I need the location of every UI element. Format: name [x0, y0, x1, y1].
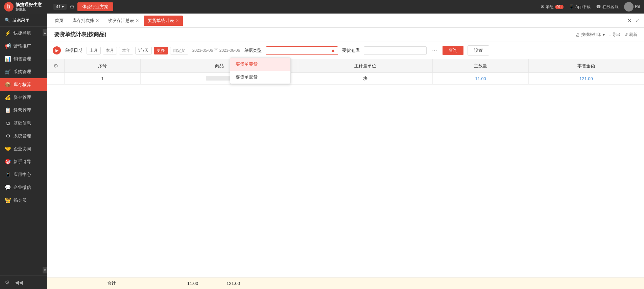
tab-home[interactable]: 首页: [51, 16, 68, 26]
table-row: 1 块 11.00 121.00: [47, 73, 644, 85]
sidebar-item-operations[interactable]: 📋 经营管理: [0, 104, 47, 117]
app-download-button[interactable]: 📱 App下载: [569, 4, 591, 10]
sidebar-item-inventory[interactable]: 📦 库存核算: [0, 78, 47, 91]
sidebar-item-label: 采购管理: [14, 69, 31, 75]
message-label: 消息: [546, 4, 554, 10]
page-header: 要货单统计表(按商品) 🖨 按模板打印 ▾ ↓ 导出 ↺: [47, 28, 644, 42]
sidebar-item-label: 畅会员: [14, 197, 27, 203]
refresh-button[interactable]: ↺ 刷新: [624, 32, 637, 38]
store-selector[interactable]: 41 ▾: [53, 4, 67, 10]
system-icon: ⚙: [5, 133, 11, 139]
refresh-label: 刷新: [629, 32, 637, 38]
gear-icon[interactable]: ⚙: [53, 63, 58, 69]
tab-receive-summary[interactable]: 收发存汇总表 ✕: [104, 16, 143, 26]
trial-button[interactable]: 体验行业方案: [77, 2, 113, 11]
date-range-display: 2023-05-06 至 2023-06-06: [192, 48, 240, 53]
filter-more-icon[interactable]: ···: [431, 47, 438, 54]
tab-batch-stock-label: 库存批次账: [72, 18, 94, 24]
tab-home-label: 首页: [55, 18, 64, 24]
sidebar-item-label: 应用中心: [14, 172, 31, 178]
settings-bottom-icon[interactable]: ⚙: [5, 279, 9, 286]
sidebar-item-guide[interactable]: 🎯 新手引导: [0, 155, 47, 168]
filter-settings-button[interactable]: 设置: [468, 45, 489, 55]
export-icon: ↓: [609, 32, 611, 37]
type-filter-input[interactable]: [266, 47, 328, 54]
dropdown-item-order-return[interactable]: 要货单退货: [230, 71, 290, 84]
col-unit-header: 主计量单位: [298, 59, 433, 73]
message-badge: 99+: [555, 5, 564, 9]
sidebar-scroll-up[interactable]: ▲: [43, 29, 47, 36]
row-amount-cell[interactable]: 121.00: [528, 73, 644, 85]
export-label: 导出: [612, 32, 620, 38]
collapse-icon[interactable]: ◀◀: [15, 279, 23, 286]
tab-bar: 首页 库存批次账 ✕ 收发存汇总表 ✕ 要货单统计表 ✕ ✕ ⤢: [47, 14, 644, 28]
sidebar-item-appstore[interactable]: 📱 应用中心: [0, 168, 47, 181]
app-header: b 畅捷通好生意 标准版 41 ▾ ⚙ 体验行业方案 ✉ 消息 99+: [0, 0, 644, 14]
page-actions: 🖨 按模板打印 ▾ ↓ 导出 ↺ 刷新: [576, 32, 637, 38]
expand-button[interactable]: ▶: [53, 46, 61, 54]
appstore-icon: 📱: [5, 172, 11, 178]
sidebar-item-cooperation[interactable]: 🤝 企业协同: [0, 142, 47, 155]
search-icon: 🔍: [5, 18, 10, 23]
type-filter-input-wrapper[interactable]: ▲: [266, 46, 338, 55]
online-service-button[interactable]: ☎ 在线客服: [596, 4, 619, 10]
sidebar: 🔍 搜索菜单 ▲ ⚡ 快捷导航 📢 营销推广 📊 销售管理 🛒 采购管理: [0, 14, 47, 289]
print-label: 按模板打印: [581, 32, 601, 38]
sidebar-item-label: 营销推广: [14, 43, 31, 49]
sidebar-item-finance[interactable]: 💰 资金管理: [0, 91, 47, 104]
col-qty-header: 主数量: [433, 59, 529, 73]
print-button[interactable]: 🖨 按模板打印 ▾: [576, 32, 605, 38]
sidebar-item-system[interactable]: ⚙ 系统管理: [0, 130, 47, 142]
col-amount-header: 零售金额: [528, 59, 644, 73]
tab-order-stats-close[interactable]: ✕: [175, 18, 179, 23]
query-button[interactable]: 查询: [443, 46, 463, 55]
date-custom[interactable]: 自定义: [170, 47, 188, 54]
service-icon: ☎: [596, 4, 601, 9]
export-button[interactable]: ↓ 导出: [609, 32, 620, 38]
search-menu-label: 搜索菜单: [12, 17, 30, 23]
tab-close-all[interactable]: ✕: [626, 17, 633, 24]
col-settings-header[interactable]: ⚙: [47, 59, 64, 73]
search-menu-button[interactable]: 🔍 搜索菜单: [0, 14, 47, 27]
sidebar-item-quick-nav[interactable]: ⚡ 快捷导航: [0, 27, 47, 40]
tab-batch-stock[interactable]: 库存批次账 ✕: [68, 16, 103, 26]
tab-batch-stock-close[interactable]: ✕: [96, 18, 99, 23]
footer-label: 合计: [78, 280, 145, 286]
guide-icon: 🎯: [5, 159, 11, 165]
type-filter-arrow[interactable]: ▲: [328, 47, 338, 53]
download-icon: 📱: [569, 4, 574, 9]
type-filter-label: 单据类型: [244, 47, 262, 53]
sidebar-scroll-down[interactable]: ▼: [43, 267, 47, 273]
sidebar-item-label: 快捷导航: [14, 30, 31, 36]
date-cur-month[interactable]: 本月: [103, 47, 117, 54]
row-qty-cell[interactable]: 11.00: [433, 73, 529, 85]
logo-icon: b: [4, 2, 14, 12]
operations-icon: 📋: [5, 107, 11, 113]
date-7days[interactable]: 近7天: [135, 47, 152, 54]
tab-order-stats[interactable]: 要货单统计表 ✕: [144, 16, 183, 26]
cooperation-icon: 🤝: [5, 146, 11, 152]
table-footer: 合计 11.00 121.00: [47, 277, 644, 289]
sidebar-item-marketing[interactable]: 📢 营销推广: [0, 40, 47, 52]
sidebar-item-label: 经营管理: [14, 107, 31, 113]
tab-expand[interactable]: ⤢: [634, 17, 641, 24]
sidebar-item-sales[interactable]: 📊 销售管理: [0, 52, 47, 65]
sidebar-item-purchase[interactable]: 🛒 采购管理: [0, 65, 47, 78]
sidebar-item-member[interactable]: 👑 畅会员: [0, 194, 47, 207]
date-cur-year[interactable]: 本年: [119, 47, 133, 54]
sidebar-item-wechat[interactable]: 💬 企业微信: [0, 181, 47, 194]
marketing-icon: 📢: [5, 43, 11, 49]
basic-icon: 🗂: [5, 120, 11, 126]
dropdown-item-order-goods[interactable]: 要货单要货: [230, 58, 290, 71]
settings-gear-icon[interactable]: ⚙: [69, 3, 75, 10]
date-more[interactable]: 更多: [154, 47, 168, 54]
print-icon: 🖨: [576, 32, 580, 37]
quick-nav-icon: ⚡: [5, 30, 11, 36]
sidebar-item-basic[interactable]: 🗂 基础信息: [0, 117, 47, 130]
user-avatar-button[interactable]: Rit: [624, 2, 640, 12]
tab-receive-summary-close[interactable]: ✕: [136, 18, 139, 23]
print-arrow-icon: ▾: [603, 32, 605, 37]
date-prev-month[interactable]: 上月: [87, 47, 101, 54]
message-button[interactable]: ✉ 消息 99+: [541, 4, 564, 10]
warehouse-filter-input[interactable]: [364, 46, 427, 55]
